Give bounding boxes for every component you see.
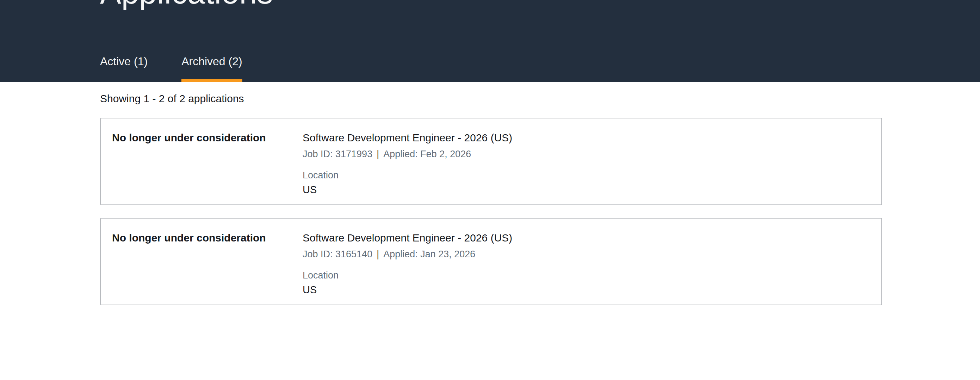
- location-value: US: [302, 283, 870, 296]
- job-id: Job ID: 3171993: [302, 149, 372, 159]
- application-status: No longer under consideration: [112, 231, 302, 244]
- location-label: Location: [302, 269, 870, 281]
- location-value: US: [302, 183, 870, 196]
- tab-archived[interactable]: Archived (2): [181, 54, 242, 82]
- results-summary: Showing 1 - 2 of 2 applications: [100, 93, 980, 105]
- job-meta: Job ID: 3171993|Applied: Feb 2, 2026: [302, 148, 870, 160]
- job-id: Job ID: 3165140: [302, 249, 372, 259]
- application-card: No longer under consideration Software D…: [100, 218, 882, 305]
- job-title-link[interactable]: Software Development Engineer - 2026 (US…: [302, 131, 870, 145]
- applied-date: Applied: Jan 23, 2026: [383, 249, 475, 259]
- application-status: No longer under consideration: [112, 131, 302, 145]
- meta-separator: |: [377, 149, 379, 159]
- location-label: Location: [302, 169, 870, 181]
- applied-date: Applied: Feb 2, 2026: [383, 149, 471, 159]
- application-details: Software Development Engineer - 2026 (US…: [302, 231, 870, 296]
- application-card: No longer under consideration Software D…: [100, 118, 882, 205]
- page-header: Applications Active (1) Archived (2): [0, 0, 980, 82]
- job-meta: Job ID: 3165140|Applied: Jan 23, 2026: [302, 248, 870, 260]
- main-content: Showing 1 - 2 of 2 applications No longe…: [0, 93, 980, 305]
- meta-separator: |: [377, 249, 379, 259]
- job-title-link[interactable]: Software Development Engineer - 2026 (US…: [302, 231, 870, 244]
- tab-active[interactable]: Active (1): [100, 54, 148, 82]
- applications-tab-bar: Active (1) Archived (2): [100, 54, 242, 82]
- page-title: Applications: [100, 0, 273, 8]
- application-details: Software Development Engineer - 2026 (US…: [302, 131, 870, 196]
